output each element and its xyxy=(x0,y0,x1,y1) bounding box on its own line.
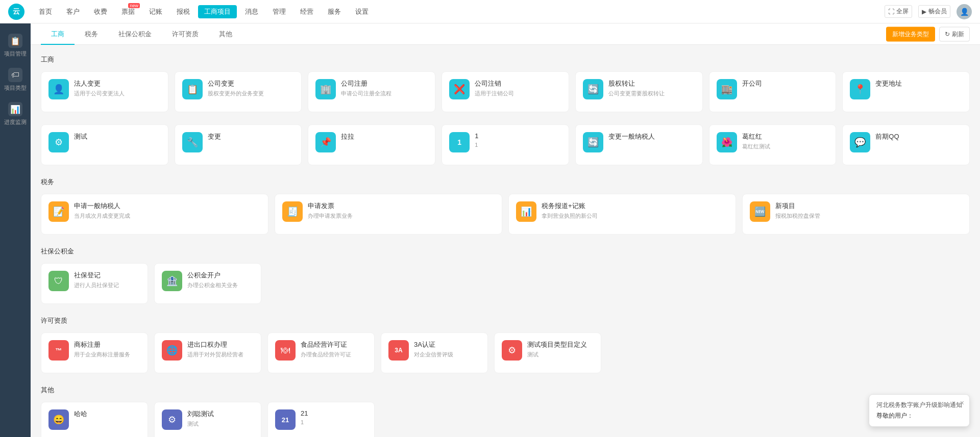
card-gongsizuce[interactable]: 🏢 公司注册 申请公司注册全流程 xyxy=(308,71,435,112)
avatar[interactable]: 👤 xyxy=(957,4,972,19)
section-title-xuke: 许可资质 xyxy=(41,316,970,325)
add-type-button[interactable]: 新增业务类型 xyxy=(886,27,935,41)
nav-customer[interactable]: 客户 xyxy=(60,5,86,18)
card-icon: 3A xyxy=(388,340,409,361)
card-icon: 🍽 xyxy=(275,340,296,361)
notification-content: 尊敬的用户： xyxy=(876,412,962,420)
notification-close-button[interactable]: × xyxy=(960,399,964,407)
card-icon: 📊 xyxy=(516,201,536,222)
tab-gongshang[interactable]: 工商 xyxy=(41,23,75,45)
sidebar-item-label: 进度监测 xyxy=(4,118,27,126)
shebao-cards: 🛡 社保登记 进行人员社保登记 🏦 公积金开户 办理公积金相关业务 xyxy=(41,263,970,304)
card-desc: 适用于注销公司 xyxy=(475,90,514,97)
card-title: 21 xyxy=(301,409,308,417)
card-shangbiao[interactable]: ™ 商标注册 用于企业商标注册服务 xyxy=(41,332,148,373)
card-3a[interactable]: 3A 3A认证 对企业信誉评级 xyxy=(381,332,488,373)
nav-manage[interactable]: 管理 xyxy=(266,5,292,18)
card-21[interactable]: 21 21 1 xyxy=(267,402,375,437)
card-text: 社保登记 进行人员社保登记 xyxy=(74,271,119,289)
card-text: 1 1 xyxy=(475,132,478,149)
card-title: 税务报道+记账 xyxy=(542,201,598,211)
fullscreen-button[interactable]: ⛶ 全屏 xyxy=(885,5,912,18)
card-title: 葛红红 xyxy=(742,132,770,141)
card-shenqingfapiao[interactable]: 🧾 申请发票 办理申请发票业务 xyxy=(275,194,502,235)
card-title: 哈哈 xyxy=(74,409,87,419)
tab-shebao[interactable]: 社保公积金 xyxy=(108,23,162,45)
card-title: 变更 xyxy=(208,132,221,141)
card-liucong[interactable]: ⚙ 刘聪测试 测试 xyxy=(154,402,261,437)
nav-operation[interactable]: 经营 xyxy=(294,5,320,18)
sidebar-item-project-manage[interactable]: 📋 项目管理 xyxy=(0,29,31,63)
card-title: 前期QQ xyxy=(875,132,899,141)
nav-ticket[interactable]: 票据new xyxy=(115,5,141,18)
card-icon: 📍 xyxy=(850,79,870,99)
project-type-icon: 🏷 xyxy=(8,68,22,82)
card-guquanzhuanrang[interactable]: 🔄 股权转让 公司变更需要股权转让 xyxy=(575,71,703,112)
card-lala[interactable]: 📌 拉拉 xyxy=(308,124,435,165)
tab-xuke[interactable]: 许可资质 xyxy=(162,23,209,45)
card-desc: 办理申请发票业务 xyxy=(308,212,353,220)
card-icon: 🏦 xyxy=(162,271,182,291)
card-one[interactable]: 1 1 1 xyxy=(442,124,569,165)
card-biangeng-납세인[interactable]: 🔄 变更一般纳税人 xyxy=(575,124,703,165)
card-gongjijin[interactable]: 🏦 公积金开户 办理公积金相关业务 xyxy=(154,263,261,304)
nav-settings[interactable]: 设置 xyxy=(349,5,375,18)
sidebar-item-project-type[interactable]: 🏷 项目类型 xyxy=(0,63,31,97)
card-title: 变更地址 xyxy=(875,79,902,88)
card-title: 公积金开户 xyxy=(187,271,238,280)
card-icon: 🔄 xyxy=(583,132,603,152)
card-text: 新项目 报税加税控盘保管 xyxy=(775,201,820,220)
card-shebao[interactable]: 🛡 社保登记 进行人员社保登记 xyxy=(41,263,148,304)
card-shipin[interactable]: 🍽 食品经营许可证 办理食品经营许可证 xyxy=(267,332,375,373)
card-kaigongsi[interactable]: 🏬 开公司 xyxy=(709,71,837,112)
sidebar-item-progress[interactable]: 📊 进度监测 xyxy=(0,97,31,131)
card-jinchukou[interactable]: 🌐 进出口权办理 适用于对外贸易经营者 xyxy=(154,332,261,373)
sidebar-item-label: 项目类型 xyxy=(4,84,27,92)
member-button[interactable]: ▶ 畅会员 xyxy=(918,5,950,18)
card-biangeng[interactable]: 🔧 变更 xyxy=(175,124,302,165)
card-ceshi-xuke[interactable]: ⚙ 测试项目类型目定义 测试 xyxy=(494,332,601,373)
card-icon: ❌ xyxy=(449,79,470,99)
tab-qita[interactable]: 其他 xyxy=(209,23,242,45)
nav-fee[interactable]: 收费 xyxy=(88,5,113,18)
nav-service[interactable]: 服务 xyxy=(322,5,347,18)
refresh-button[interactable]: ↻ 刷新 xyxy=(939,27,970,41)
card-ceshi[interactable]: ⚙ 测试 xyxy=(41,124,168,165)
card-desc: 股权变更外的业务变更 xyxy=(208,90,264,97)
nav-home[interactable]: 首页 xyxy=(33,5,58,18)
card-text: 哈哈 xyxy=(74,409,87,420)
section-title-qita: 其他 xyxy=(41,385,970,395)
card-gongsizuxiao[interactable]: ❌ 公司注销 适用于注销公司 xyxy=(442,71,569,112)
card-haha[interactable]: 😄 哈哈 xyxy=(41,402,148,437)
gongshang-row1: 👤 法人变更 适用于公司变更法人 📋 公司变更 股权变更外的业务变更 🏢 公司注… xyxy=(41,71,970,112)
card-icon: 📋 xyxy=(182,79,203,99)
nav-message[interactable]: 消息 xyxy=(239,5,264,18)
card-icon: 📌 xyxy=(315,132,336,152)
card-fazhen[interactable]: 👤 法人变更 适用于公司变更法人 xyxy=(41,71,168,112)
card-desc: 葛红红测试 xyxy=(742,143,770,150)
card-gongsibiangeng[interactable]: 📋 公司变更 股权变更外的业务变更 xyxy=(175,71,302,112)
card-icon: 🌐 xyxy=(162,340,182,361)
card-text: 股权转让 公司变更需要股权转让 xyxy=(608,79,665,97)
sidebar-item-label: 项目管理 xyxy=(4,50,27,58)
tab-shuiwu[interactable]: 税务 xyxy=(75,23,108,45)
card-biangengdizhi[interactable]: 📍 变更地址 xyxy=(842,71,970,112)
card-icon: 🏢 xyxy=(315,79,336,99)
card-text: 税务报道+记账 拿到营业执照的新公司 xyxy=(542,201,598,220)
card-shuiwubaodao[interactable]: 📊 税务报道+记账 拿到营业执照的新公司 xyxy=(508,194,736,235)
card-gehonghong[interactable]: 🌺 葛红红 葛红红测试 xyxy=(709,124,837,165)
qita-cards: 😄 哈哈 ⚙ 刘聪测试 测试 21 21 1 xyxy=(41,402,970,437)
card-xinxiangmu[interactable]: 🆕 新项目 报税加税控盘保管 xyxy=(742,194,970,235)
shuiwu-cards: 📝 申请一般纳税人 当月或次月成变更完成 🧾 申请发票 办理申请发票业务 📊 税… xyxy=(41,194,970,235)
card-text: 前期QQ xyxy=(875,132,899,143)
nav-tax[interactable]: 报税 xyxy=(170,5,196,18)
card-icon: 🆕 xyxy=(750,201,770,222)
nav-industry[interactable]: 工商项目 xyxy=(198,5,237,18)
card-yibannas[interactable]: 📝 申请一般纳税人 当月或次月成变更完成 xyxy=(41,194,268,235)
card-text: 测试项目类型目定义 测试 xyxy=(527,340,587,358)
card-icon: ⚙ xyxy=(502,340,522,361)
card-qianqiQQ[interactable]: 💬 前期QQ xyxy=(842,124,970,165)
nav-accounting[interactable]: 记账 xyxy=(143,5,168,18)
card-text: 商标注册 用于企业商标注册服务 xyxy=(74,340,130,358)
main-content: 工商 税务 社保公积金 许可资质 其他 新增业务类型 ↻ 刷新 工商 👤 法人变… xyxy=(31,23,980,437)
